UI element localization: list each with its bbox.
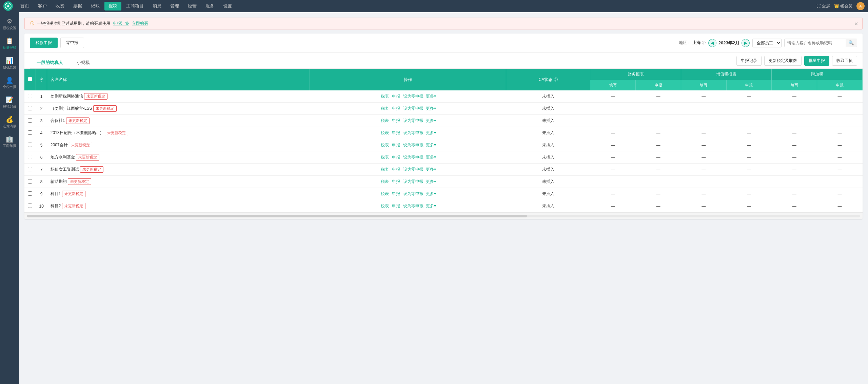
row-col6: — <box>817 200 863 212</box>
op-tax-table[interactable]: 税表 <box>381 191 389 196</box>
op-more[interactable]: 更多▾ <box>426 118 436 124</box>
op-more[interactable]: 更多▾ <box>426 130 436 136</box>
op-zero-declare[interactable]: 设为零申报 <box>403 179 423 184</box>
nav-message[interactable]: 消息 <box>149 2 165 10</box>
op-tax-table[interactable]: 税表 <box>381 130 389 135</box>
op-zero-declare[interactable]: 设为零申报 <box>403 94 423 99</box>
banner-link-declaration[interactable]: 申报汇签 <box>113 21 129 26</box>
op-more[interactable]: 更多▾ <box>426 203 436 209</box>
staff-select[interactable]: 全部员工 <box>752 39 782 47</box>
row-checkbox[interactable] <box>28 118 32 123</box>
op-tax-table[interactable]: 税表 <box>381 179 389 184</box>
nav-service[interactable]: 服务 <box>201 2 218 10</box>
vip-button[interactable]: 👑 畅会员 <box>834 3 852 9</box>
region-value[interactable]: 上海 <box>692 40 701 46</box>
nav-settings[interactable]: 设置 <box>219 2 236 10</box>
prev-month-button[interactable]: ◀ <box>708 39 716 47</box>
op-declare[interactable]: 申报 <box>392 94 400 99</box>
op-tax-table[interactable]: 税表 <box>381 106 389 111</box>
sidebar-item-annual-report[interactable]: 🏢 工商年报 <box>0 133 19 151</box>
op-declare[interactable]: 申报 <box>392 167 400 172</box>
op-tax-table[interactable]: 税表 <box>381 143 389 147</box>
row-checkbox-cell <box>24 139 36 151</box>
row-checkbox[interactable] <box>28 143 32 147</box>
fullscreen-button[interactable]: ⛶ 全屏 <box>816 3 830 9</box>
op-more[interactable]: 更多▾ <box>426 142 436 148</box>
status-badge: 未更新税定 <box>62 203 85 209</box>
row-checkbox[interactable] <box>28 167 32 171</box>
sidebar-item-settlement[interactable]: 💰 汇算清缴 <box>0 113 19 131</box>
op-tax-table[interactable]: 税表 <box>381 118 389 123</box>
row-checkbox[interactable] <box>28 106 32 110</box>
op-declare[interactable]: 申报 <box>392 191 400 196</box>
row-ca-status: 未插入 <box>506 139 590 151</box>
sub-tab-small-scale[interactable]: 小规模 <box>70 58 97 68</box>
op-declare[interactable]: 申报 <box>392 143 400 147</box>
collect-receipt-button[interactable]: 收取回执 <box>832 56 857 66</box>
batch-declare-button[interactable]: 批量申报 <box>804 56 829 66</box>
nav-manage[interactable]: 管理 <box>166 2 183 10</box>
sidebar-item-tax-record[interactable]: 📝 报税记录 <box>0 93 19 112</box>
sidebar-item-personal-tax[interactable]: 👤 个税申报 <box>0 74 19 92</box>
nav-operation[interactable]: 经营 <box>184 2 201 10</box>
row-name: 地方水利基金 未更新税定 <box>47 151 310 164</box>
banner-close-button[interactable]: ✕ <box>854 21 858 26</box>
op-more[interactable]: 更多▾ <box>426 106 436 111</box>
declaration-record-button[interactable]: 申报记录 <box>736 56 762 66</box>
search-button[interactable]: 🔍 <box>846 39 857 47</box>
op-more[interactable]: 更多▾ <box>426 179 436 185</box>
batch-tax-icon: 📋 <box>6 37 13 45</box>
next-month-button[interactable]: ▶ <box>742 39 750 47</box>
op-declare[interactable]: 申报 <box>392 118 400 123</box>
nav-home[interactable]: 首页 <box>16 2 33 10</box>
op-more[interactable]: 更多▾ <box>426 154 436 160</box>
op-tax-table[interactable]: 税表 <box>381 204 389 208</box>
op-tax-table[interactable]: 税表 <box>381 94 389 99</box>
sidebar-item-batch-tax[interactable]: 📋 批量报税 <box>0 35 19 53</box>
op-zero-declare[interactable]: 设为零申报 <box>403 106 423 111</box>
op-zero-declare[interactable]: 设为零申报 <box>403 143 423 147</box>
op-zero-declare[interactable]: 设为零申报 <box>403 155 423 159</box>
op-more[interactable]: 更多▾ <box>426 93 436 99</box>
op-declare[interactable]: 申报 <box>392 130 400 135</box>
nav-tax[interactable]: 报税 <box>104 2 121 10</box>
banner-text: 一键报税功能已过试用期，请购买后使用 <box>37 21 110 26</box>
top-right-area: ⛶ 全屏 👑 畅会员 A <box>816 2 865 10</box>
op-declare[interactable]: 申报 <box>392 204 400 208</box>
sub-tab-general[interactable]: 一般的纳税人 <box>30 58 70 68</box>
op-tax-table[interactable]: 税表 <box>381 155 389 159</box>
op-zero-declare[interactable]: 设为零申报 <box>403 167 423 172</box>
row-name: 辅助期初 未更新税定 <box>47 176 310 188</box>
op-declare[interactable]: 申报 <box>392 179 400 184</box>
row-checkbox[interactable] <box>28 179 32 184</box>
tab-tax-declaration[interactable]: 税款申报 <box>30 38 58 48</box>
op-zero-declare[interactable]: 设为零申报 <box>403 204 423 208</box>
op-more[interactable]: 更多▾ <box>426 167 436 172</box>
update-tax-button[interactable]: 更新税定及取数 <box>764 56 802 66</box>
banner-link-buy[interactable]: 立即购买 <box>132 21 148 26</box>
search-input[interactable] <box>785 39 846 47</box>
op-tax-table[interactable]: 税表 <box>381 167 389 172</box>
select-all-checkbox[interactable] <box>28 77 32 81</box>
sidebar-item-tax-settings[interactable]: ⚙ 报税设置 <box>0 15 19 33</box>
user-avatar[interactable]: A <box>856 2 865 10</box>
row-checkbox[interactable] <box>28 155 32 159</box>
op-zero-declare[interactable]: 设为零申报 <box>403 191 423 196</box>
nav-client[interactable]: 客户 <box>34 2 51 10</box>
op-zero-declare[interactable]: 设为零申报 <box>403 118 423 123</box>
op-more[interactable]: 更多▾ <box>426 191 436 197</box>
op-declare[interactable]: 申报 <box>392 155 400 159</box>
tab-zero-declaration[interactable]: 零申报 <box>60 38 84 48</box>
op-declare[interactable]: 申报 <box>392 106 400 111</box>
op-zero-declare[interactable]: 设为零申报 <box>403 130 423 135</box>
row-no: 10 <box>36 200 47 212</box>
nav-invoice[interactable]: 票据 <box>69 2 86 10</box>
row-checkbox[interactable] <box>28 204 32 208</box>
row-checkbox[interactable] <box>28 191 32 196</box>
nav-billing[interactable]: 收费 <box>52 2 68 10</box>
sidebar-item-tax-overview[interactable]: 📊 报税总览 <box>0 54 19 72</box>
nav-accounting[interactable]: 记账 <box>87 2 104 10</box>
row-checkbox[interactable] <box>28 130 32 135</box>
nav-business[interactable]: 工商项目 <box>122 2 148 10</box>
row-checkbox[interactable] <box>28 94 32 98</box>
